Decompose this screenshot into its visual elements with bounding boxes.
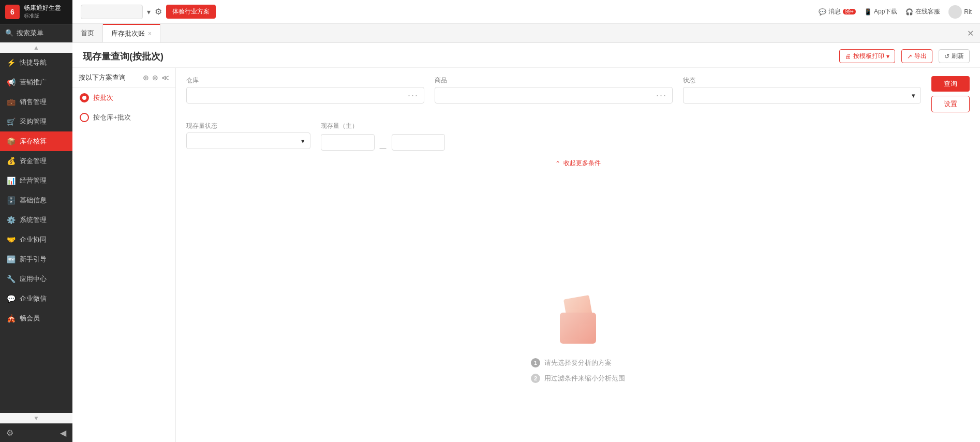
sidebar-item-marketing[interactable]: 📢 营销推广 [0,72,72,92]
settings-icon[interactable]: ⚙ [6,428,13,438]
business-icon: 📊 [6,176,16,185]
tab-home-label: 首页 [81,28,94,38]
sidebar-header: 6 畅康通好生意 标准版 [0,0,72,24]
step-1-text: 请先选择要分析的方案 [544,356,612,370]
wechat-icon: 💬 [6,294,16,303]
sidebar-item-inventory[interactable]: 📦 库存核算 [0,131,72,151]
sidebar-item-label: 采购管理 [20,117,47,126]
sidebar-item-label: 企业协同 [20,235,47,244]
filter-main-area: 仓库 ··· 商品 ··· [176,68,980,442]
sidebar-item-label: 基础信息 [20,196,47,205]
avatar [948,5,962,19]
status-select[interactable]: ▾ [683,87,921,104]
printer-icon: 🖨 [845,53,851,60]
inventory-icon: 📦 [6,137,16,146]
dropdown-arrow-icon: ▾ [886,53,889,60]
page-title-bar: 现存量查询(按批次) 🖨 按模板打印 ▾ ↗ 导出 ↺ 刷新 [72,43,980,68]
topbar-left: ▾ ⚙ 体验行业方案 [81,5,813,19]
step-1-number: 1 [531,358,540,367]
solution-warehouse-batch-item[interactable]: 按仓库+批次 [72,108,175,127]
app-info: 畅康通好生意 标准版 [24,4,61,20]
sidebar-item-system[interactable]: ⚙️ 系统管理 [0,210,72,230]
sidebar-item-finance[interactable]: 💰 资金管理 [0,151,72,171]
filter-rows: 仓库 ··· 商品 ··· [176,68,980,243]
solution-batch-label: 按批次 [93,93,113,102]
sidebar-item-wechat[interactable]: 💬 企业微信 [0,289,72,308]
sidebar-item-basic[interactable]: 🗄️ 基础信息 [0,190,72,210]
filter-group-warehouse: 仓库 ··· [186,76,424,104]
page-title-actions: 🖨 按模板打印 ▾ ↗ 导出 ↺ 刷新 [839,49,970,63]
sidebar-item-guide[interactable]: 🆕 新手引导 [0,249,72,269]
filter-group-status: 状态 ▾ [683,76,921,104]
sidebar-item-enterprise[interactable]: 🤝 企业协同 [0,230,72,249]
apps-icon: 🔧 [6,274,16,284]
topbar: ▾ ⚙ 体验行业方案 💬 消息 99+ 📱 App下载 🎧 在线客服 Rit [72,0,980,24]
app-download-btn[interactable]: 📱 App下载 [864,7,897,16]
query-btn[interactable]: 查询 [931,76,970,92]
template-print-btn[interactable]: 🖨 按模板打印 ▾ [839,49,895,63]
chevron-up-icon: ⌃ [555,160,560,167]
guide-icon: 🆕 [6,255,16,264]
app-download-label: App下载 [874,7,897,16]
warehouse-label: 仓库 [186,76,424,85]
filter-left-icons: ⊕ ⊛ ≪ [143,73,169,82]
collapse-filters-btn[interactable]: ⌃ 收起更多条件 [186,156,970,171]
sidebar-item-apps[interactable]: 🔧 应用中心 [0,269,72,289]
sidebar-scroll-down[interactable]: ▼ [0,413,72,423]
user-profile-btn[interactable]: Rit [948,5,972,19]
topbar-gear-icon[interactable]: ⚙ [155,7,162,17]
industry-solution-btn[interactable]: 体验行业方案 [166,5,216,19]
sidebar-item-label: 新手引导 [20,255,47,264]
empty-step-2: 2 用过滤条件来缩小分析范围 [531,372,625,385]
inventory-qty-max-input[interactable] [392,134,446,151]
sidebar-item-purchase[interactable]: 🛒 采购管理 [0,112,72,131]
tab-home[interactable]: 首页 [72,24,103,42]
collapse-label: 收起更多条件 [563,159,601,168]
refresh-btn[interactable]: ↺ 刷新 [939,49,970,63]
messages-btn[interactable]: 💬 消息 99+ [819,7,856,16]
sidebar-scroll-up[interactable]: ▲ [0,42,72,53]
goods-input[interactable]: ··· [435,87,673,104]
topbar-right: 💬 消息 99+ 📱 App下载 🎧 在线客服 Rit [819,5,972,19]
enterprise-icon: 🤝 [6,235,16,244]
settings-solution-icon[interactable]: ⊛ [152,73,158,82]
inventory-status-select[interactable]: ▾ [186,132,310,149]
sidebar-footer: ⚙ ◀ [0,423,72,442]
basic-icon: 🗄️ [6,196,16,205]
sidebar-item-member[interactable]: 🎪 畅会员 [0,308,72,328]
sidebar-item-label: 销售管理 [20,97,47,107]
app-subtitle: 标准版 [24,12,61,20]
chevron-down-icon: ▾ [912,92,915,99]
inventory-qty-label: 现存量（主） [321,122,445,130]
warehouse-input[interactable]: ··· [186,87,424,104]
solution-batch-item[interactable]: 按批次 [72,88,175,108]
topbar-dropdown-btn[interactable]: ▾ [147,8,151,16]
tab-panel-close[interactable]: ✕ [961,24,980,42]
collapse-panel-icon[interactable]: ≪ [161,73,169,82]
filter-group-inventory-qty: 现存量（主） — [321,122,445,152]
sidebar-search[interactable]: 🔍 搜索菜单 [0,24,72,42]
topbar-search-input[interactable] [81,5,143,19]
marketing-icon: 📢 [6,78,16,87]
sidebar-item-label: 畅会员 [20,314,40,323]
add-solution-icon[interactable]: ⊕ [143,73,149,82]
chevron-down-icon2: ▾ [301,137,305,145]
sidebar: 6 畅康通好生意 标准版 🔍 搜索菜单 ▲ ⚡ 快捷导航 📢 营销推广 💼 销售… [0,0,72,442]
tab-close-btn[interactable]: × [148,30,152,37]
step-2-number: 2 [531,374,540,383]
solution-warehouse-batch-label: 按仓库+批次 [93,113,131,122]
sidebar-item-shortcut[interactable]: ⚡ 快捷导航 [0,53,72,72]
inventory-qty-min-input[interactable] [321,134,375,151]
sidebar-item-label: 企业微信 [20,294,47,303]
collapse-icon[interactable]: ◀ [60,428,66,438]
filter-solution-panel: 按以下方案查询 ⊕ ⊛ ≪ 按批次 按仓库+批次 [72,68,176,442]
sidebar-item-sales[interactable]: 💼 销售管理 [0,92,72,112]
online-service-btn[interactable]: 🎧 在线客服 [905,7,940,16]
search-icon: 🔍 [5,29,13,37]
tab-inventory-batch[interactable]: 库存批次账 × [103,24,160,42]
filter-row-2: 现存量状态 ▾ 现存量（主） — [186,122,970,152]
member-icon: 🎪 [6,314,16,323]
export-btn[interactable]: ↗ 导出 [901,49,932,63]
sidebar-item-business[interactable]: 📊 经营管理 [0,171,72,190]
settings-btn[interactable]: 设置 [931,96,970,112]
